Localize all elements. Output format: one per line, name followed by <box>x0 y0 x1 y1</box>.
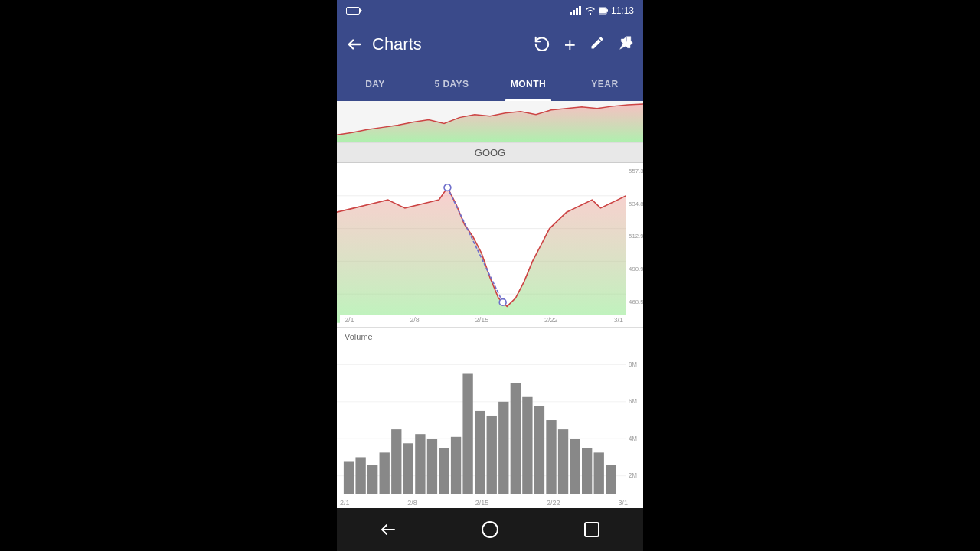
svg-rect-34 <box>462 374 472 494</box>
signal-icon <box>570 6 582 15</box>
vol-x-label-1: 2/8 <box>407 499 417 507</box>
vol-x-label-2: 2/15 <box>475 499 489 507</box>
svg-rect-40 <box>534 406 544 494</box>
main-chart: 557.37 534.84 512.98 490.96 468.5 2/1 2/… <box>337 163 643 328</box>
tab-5days[interactable]: 5 DAYS <box>413 67 490 101</box>
time-display: 11:13 <box>611 5 634 16</box>
svg-rect-30 <box>415 434 425 494</box>
nav-back-button[interactable] <box>369 514 407 545</box>
svg-text:490.96: 490.96 <box>629 266 643 272</box>
svg-rect-3 <box>579 6 581 15</box>
volume-chart: Volume <box>337 328 643 508</box>
page-title: Charts <box>372 34 524 54</box>
svg-rect-35 <box>475 411 485 494</box>
tab-day[interactable]: DAY <box>337 67 413 101</box>
wifi-icon <box>585 6 596 15</box>
svg-point-13 <box>444 184 451 191</box>
stock-ticker: GOOG <box>475 147 505 158</box>
svg-rect-0 <box>570 12 572 15</box>
svg-text:2M: 2M <box>629 472 637 479</box>
svg-rect-39 <box>522 397 532 494</box>
svg-rect-27 <box>380 452 390 494</box>
app-header: Charts + <box>337 21 643 67</box>
svg-rect-31 <box>427 439 437 494</box>
vol-x-label-4: 3/1 <box>618 499 628 507</box>
svg-text:557.37: 557.37 <box>629 168 643 174</box>
svg-text:8M: 8M <box>629 361 637 368</box>
back-button[interactable] <box>346 36 363 53</box>
tab-year[interactable]: YEAR <box>567 67 643 101</box>
svg-point-51 <box>482 522 498 537</box>
svg-text:6M: 6M <box>629 398 637 405</box>
x-label-4: 3/1 <box>613 316 623 324</box>
svg-rect-1 <box>573 10 575 15</box>
status-bar: 11:13 <box>337 0 643 21</box>
svg-rect-33 <box>451 437 461 494</box>
svg-point-14 <box>499 299 506 306</box>
svg-rect-46 <box>606 465 616 494</box>
volume-chart-svg: 8M 6M 4M 2M <box>337 328 643 508</box>
nav-recent-button[interactable] <box>573 514 611 545</box>
svg-rect-28 <box>391 429 401 494</box>
svg-rect-26 <box>368 465 377 494</box>
tab-bar: DAY 5 DAYS MONTH YEAR <box>337 67 643 101</box>
camera-icon <box>346 7 360 15</box>
pin-button[interactable] <box>619 34 634 55</box>
bottom-nav <box>337 508 643 551</box>
x-label-0: 2/1 <box>345 316 354 324</box>
content-area: GOOG <box>337 101 643 508</box>
svg-rect-41 <box>546 420 556 494</box>
nav-home-button[interactable] <box>471 514 509 545</box>
x-label-2: 2/15 <box>475 316 489 324</box>
svg-rect-45 <box>594 452 604 494</box>
header-actions: + <box>534 34 634 55</box>
edit-button[interactable] <box>590 35 605 54</box>
svg-rect-5 <box>606 9 608 12</box>
svg-rect-24 <box>344 461 354 494</box>
x-label-3: 2/22 <box>544 316 558 324</box>
overview-chart <box>337 101 643 143</box>
svg-text:534.84: 534.84 <box>629 201 643 207</box>
svg-rect-32 <box>439 448 449 494</box>
undo-button[interactable] <box>534 34 550 55</box>
phone-frame: 11:13 Charts + <box>337 0 643 551</box>
svg-rect-42 <box>558 429 568 494</box>
add-button[interactable]: + <box>564 34 576 54</box>
tab-month[interactable]: MONTH <box>490 67 567 101</box>
price-chart-svg: 557.37 534.84 512.98 490.96 468.5 <box>337 163 643 327</box>
svg-rect-38 <box>511 383 521 494</box>
svg-rect-2 <box>576 8 578 15</box>
x-label-1: 2/8 <box>410 316 420 324</box>
svg-rect-25 <box>355 457 365 494</box>
svg-rect-44 <box>582 448 592 494</box>
status-bar-left <box>346 7 360 15</box>
stock-label-bar: GOOG <box>337 143 643 163</box>
svg-text:468.5: 468.5 <box>629 298 643 305</box>
svg-rect-37 <box>498 402 508 494</box>
svg-rect-52 <box>585 523 599 536</box>
vol-x-label-0: 2/1 <box>340 499 350 507</box>
svg-rect-43 <box>570 439 580 494</box>
svg-rect-36 <box>487 416 497 494</box>
svg-text:512.98: 512.98 <box>629 233 643 240</box>
vol-x-label-3: 2/22 <box>547 499 560 507</box>
svg-text:4M: 4M <box>629 435 637 442</box>
svg-rect-29 <box>403 443 413 494</box>
volume-x-axis: 2/1 2/8 2/15 2/22 3/1 <box>340 499 628 507</box>
volume-label: Volume <box>345 332 373 341</box>
battery-icon <box>599 6 608 15</box>
status-bar-right: 11:13 <box>570 5 634 16</box>
price-chart-x-axis: 2/1 2/8 2/15 2/22 3/1 <box>340 315 628 325</box>
svg-rect-6 <box>599 8 606 13</box>
